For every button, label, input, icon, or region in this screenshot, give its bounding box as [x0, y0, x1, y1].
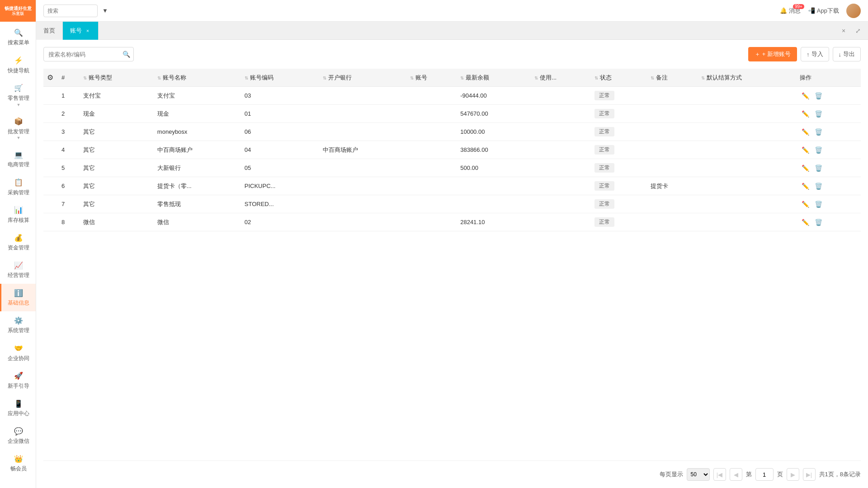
col-status[interactable]: ⇅状态 [591, 69, 646, 87]
sidebar-item-purchase-mgmt[interactable]: 📋 采购管理 [0, 173, 36, 201]
sidebar-item-wholesale-mgmt[interactable]: 📦 批发管理 ▼ [0, 112, 36, 145]
row-status-cell: 正常 [591, 87, 646, 105]
row-delete-button[interactable]: 🗑️ [813, 164, 824, 173]
table-row: 1 支付宝 支付宝 03 -90444.00 正常 ✏️ 🗑️ [43, 87, 861, 105]
row-account-type-cell: 其它 [80, 123, 154, 141]
row-account-name-cell: 微信 [154, 213, 241, 231]
row-delete-button[interactable]: 🗑️ [813, 127, 824, 136]
table-row: 3 其它 moneybosx 06 10000.00 正常 ✏️ 🗑️ [43, 123, 861, 141]
sidebar-item-vip-member[interactable]: 👑 畅会员 [0, 450, 36, 477]
row-default-payment-cell [698, 177, 796, 195]
row-delete-button[interactable]: 🗑️ [813, 182, 824, 191]
row-account-name-cell: 大新银行 [154, 159, 241, 177]
sidebar-item-basic-info[interactable]: ℹ️ 基础信息 [0, 284, 36, 311]
topbar-dropdown[interactable]: ▼ [102, 7, 108, 14]
account-search-input[interactable] [43, 47, 134, 61]
row-edit-button[interactable]: ✏️ [800, 218, 811, 227]
tab-close-all-btn[interactable]: × [837, 24, 850, 37]
row-edit-button[interactable]: ✏️ [800, 200, 811, 209]
col-remark[interactable]: ⇅备注 [647, 69, 698, 87]
table-row: 6 其它 提货卡（零... PICKUPC... 正常 提货卡 ✏️ 🗑️ [43, 177, 861, 195]
first-page-button[interactable]: |◀ [713, 468, 726, 481]
row-edit-button[interactable]: ✏️ [800, 127, 811, 136]
row-delete-button[interactable]: 🗑️ [813, 200, 824, 209]
sidebar-item-quick-nav[interactable]: ⚡ 快捷导航 [0, 51, 36, 79]
per-page-select[interactable]: 10 20 50 100 [687, 468, 710, 481]
sidebar-item-enterprise-wechat[interactable]: 💬 企业微信 [0, 422, 36, 450]
sidebar-item-label: 企业协同 [8, 355, 29, 362]
col-default-payment[interactable]: ⇅默认结算方式 [698, 69, 796, 87]
expand-icon: ▼ [17, 135, 21, 141]
sidebar-item-inventory-calc[interactable]: 📊 库存核算 [0, 201, 36, 228]
col-settings[interactable]: ⚙ [43, 69, 58, 87]
tab-account-close[interactable]: × [85, 28, 91, 34]
col-account-no[interactable]: ⇅账号 [406, 69, 457, 87]
col-account-type[interactable]: ⇅账号类型 [80, 69, 154, 87]
next-page-button[interactable]: ▶ [787, 468, 799, 481]
row-account-type-cell: 其它 [80, 159, 154, 177]
sidebar-item-operation-mgmt[interactable]: 📈 经营管理 [0, 256, 36, 284]
row-edit-button[interactable]: ✏️ [800, 182, 811, 191]
row-default-payment-cell [698, 123, 796, 141]
sidebar-item-capital-mgmt[interactable]: 💰 资金管理 [0, 229, 36, 256]
sidebar-item-search-menu[interactable]: 🔍 搜索菜单 [0, 23, 36, 51]
row-account-code-cell: 03 [241, 87, 320, 105]
row-action-cell: ✏️ 🗑️ [796, 213, 861, 231]
sidebar-menu: 🔍 搜索菜单 ⚡ 快捷导航 🛒 零售管理 ▼ 📦 批发管理 ▼ 💻 电商管理 📋… [0, 22, 36, 488]
search-wrap: 🔍 [43, 47, 134, 61]
row-bank-cell [319, 105, 406, 123]
purchase-icon: 📋 [14, 178, 23, 188]
status-badge: 正常 [594, 145, 614, 155]
export-button[interactable]: ↓ 导出 [833, 47, 861, 61]
account-search-button[interactable]: 🔍 [123, 51, 130, 58]
sidebar-item-app-center[interactable]: 📱 应用中心 [0, 394, 36, 422]
row-delete-button[interactable]: 🗑️ [813, 145, 824, 155]
add-account-button[interactable]: ＋ + 新增账号 [748, 47, 797, 61]
topbar-message[interactable]: 🔔 消息 99+ [780, 7, 801, 15]
account-table: ⚙ # ⇅账号类型 ⇅账号名称 ⇅账号编码 ⇅开户银行 ⇅账号 ⇅最新余额 ⇅使… [43, 69, 861, 231]
row-num-cell: 8 [58, 213, 80, 231]
retail-icon: 🛒 [14, 83, 23, 93]
row-delete-button[interactable]: 🗑️ [813, 91, 824, 100]
row-account-no-cell [406, 159, 457, 177]
topbar-app-download[interactable]: 📲 App下载 [808, 7, 839, 15]
sidebar-item-retail-mgmt[interactable]: 🛒 零售管理 ▼ [0, 79, 36, 112]
search-menu-icon: 🔍 [14, 28, 23, 38]
row-edit-button[interactable]: ✏️ [800, 145, 811, 155]
col-bank[interactable]: ⇅开户银行 [319, 69, 406, 87]
sidebar-item-system-mgmt[interactable]: ⚙️ 系统管理 [0, 311, 36, 339]
row-edit-button[interactable]: ✏️ [800, 91, 811, 100]
col-account-code[interactable]: ⇅账号编码 [241, 69, 320, 87]
row-default-payment-cell [698, 213, 796, 231]
row-delete-button[interactable]: 🗑️ [813, 218, 824, 227]
tab-home[interactable]: 首页 [36, 22, 63, 40]
row-remark-cell [647, 159, 698, 177]
last-page-button[interactable]: ▶| [803, 468, 816, 481]
row-edit-button[interactable]: ✏️ [800, 109, 811, 118]
row-bank-cell [319, 159, 406, 177]
tab-expand-btn[interactable]: ⤢ [852, 24, 864, 37]
row-usage-cell [531, 105, 591, 123]
wholesale-icon: 📦 [14, 117, 23, 127]
prev-page-button[interactable]: ◀ [730, 468, 742, 481]
row-balance-cell: 500.00 [457, 159, 531, 177]
sidebar-item-ecommerce-mgmt[interactable]: 💻 电商管理 [0, 145, 36, 173]
row-balance-cell: 10000.00 [457, 123, 531, 141]
row-delete-button[interactable]: 🗑️ [813, 109, 824, 118]
sidebar-item-beginner-guide[interactable]: 🚀 新手引导 [0, 366, 36, 394]
col-usage[interactable]: ⇅使用... [531, 69, 591, 87]
sidebar-item-enterprise-agreement[interactable]: 🤝 企业协同 [0, 339, 36, 366]
row-settings-cell [43, 141, 58, 159]
row-edit-button[interactable]: ✏️ [800, 164, 811, 173]
col-balance[interactable]: ⇅最新余额 [457, 69, 531, 87]
topbar-avatar[interactable] [846, 4, 861, 18]
import-button[interactable]: ↑ 导入 [801, 47, 829, 61]
ecommerce-icon: 💻 [14, 150, 23, 160]
col-account-name[interactable]: ⇅账号名称 [154, 69, 241, 87]
page-number-input[interactable] [755, 468, 774, 481]
tab-account[interactable]: 账号 × [63, 22, 99, 40]
quick-nav-icon: ⚡ [14, 56, 23, 66]
topbar-search-input[interactable] [43, 5, 98, 17]
export-icon: ↓ [839, 51, 842, 58]
app-download-icon: 📲 [808, 7, 815, 14]
